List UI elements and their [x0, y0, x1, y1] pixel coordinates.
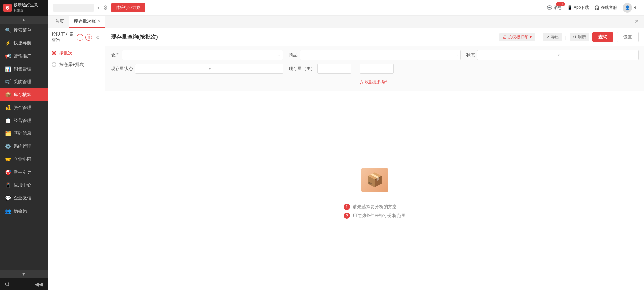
- phone-icon: 📱: [567, 5, 572, 10]
- nav-icon-guide: 🎯: [5, 169, 11, 175]
- tab-home-label: 首页: [55, 18, 64, 24]
- sidebar-item-members[interactable]: 👥 畅会员: [0, 204, 48, 217]
- nav-label-marketing: 营销推广: [14, 53, 31, 59]
- tab-home[interactable]: 首页: [50, 16, 69, 28]
- empty-state: 1 请先选择要分析的方案 2 用过滤条件来缩小分析范围: [105, 91, 644, 290]
- warehouse-field: 仓库 ···: [111, 50, 283, 60]
- collapse-filter-button[interactable]: «: [94, 34, 101, 41]
- refresh-button[interactable]: ↺ 刷新: [570, 33, 589, 41]
- nav-icon-search-menu: 🔍: [5, 27, 11, 33]
- divider-2: |: [565, 35, 566, 40]
- stock-quantity-label: 现存量（主）: [289, 66, 315, 72]
- sidebar: 6 畅康通好生意 标准版 ▲ 🔍 搜索菜单⚡ 快捷导航📢 营销推广📊 销售管理🛒…: [0, 0, 48, 290]
- stock-quantity-dash: —: [353, 66, 358, 71]
- sidebar-item-search-menu[interactable]: 🔍 搜索菜单: [0, 24, 48, 37]
- app-version: 标准版: [14, 8, 38, 13]
- sidebar-item-quick-nav[interactable]: ⚡ 快捷导航: [0, 37, 48, 50]
- filter-panel-actions: + ⚙ «: [77, 34, 101, 41]
- experience-industry-button[interactable]: 体验行业方案: [111, 3, 145, 12]
- topbar: ▾ ⚙ 体验行业方案 💬 消息 99+ 📱 App下载 🎧 在线客服 👤 Rit: [48, 0, 644, 16]
- product-input[interactable]: [303, 53, 455, 58]
- app-download-action[interactable]: 📱 App下载: [567, 5, 589, 11]
- nav-icon-basic: 🗂️: [5, 130, 11, 137]
- content-area: 按以下方案查询 + ⚙ « 按批次 按仓库+批次 现存量查询(按批次): [48, 28, 644, 290]
- filter-row-1: 仓库 ··· 商品 ···: [111, 50, 639, 60]
- empty-step-2: 2 用过滤条件来缩小分析范围: [344, 213, 406, 219]
- sidebar-item-purchase[interactable]: 🛒 采购管理: [0, 75, 48, 88]
- collapse-label: 收起更多条件: [365, 79, 389, 85]
- search-button[interactable]: 查询: [592, 32, 613, 42]
- divider-1: |: [538, 35, 539, 40]
- nav-icon-quick-nav: ⚡: [5, 40, 11, 46]
- sidebar-scroll-up[interactable]: ▲: [0, 16, 48, 24]
- status-arrow-icon: ▾: [558, 53, 635, 57]
- export-button[interactable]: ↗ 导出: [543, 33, 562, 41]
- page-title: 现存量查询(按批次): [111, 34, 158, 41]
- product-input-wrap[interactable]: ···: [300, 50, 461, 60]
- collapse-sidebar-icon[interactable]: ◀◀: [35, 281, 43, 287]
- user-action[interactable]: 👤 Rit: [623, 3, 639, 13]
- product-label: 商品: [289, 52, 298, 58]
- username-label: Rit: [633, 5, 639, 10]
- settings-icon[interactable]: ⚙: [5, 281, 10, 287]
- sidebar-item-wechat[interactable]: 💬 企业微信: [0, 192, 48, 204]
- tab-inventory-batch[interactable]: 库存批次账 ×: [69, 16, 105, 28]
- add-filter-button[interactable]: +: [77, 34, 83, 41]
- stock-quantity-min-input[interactable]: [317, 64, 351, 74]
- stock-quantity-field: 现存量（主） —: [289, 64, 461, 74]
- tab-panel-close-button[interactable]: ×: [632, 18, 641, 25]
- filter-panel-header: 按以下方案查询 + ⚙ «: [48, 28, 105, 47]
- step-1-text: 请先选择要分析的方案: [353, 204, 397, 210]
- warehouse-more-icon[interactable]: ···: [277, 53, 280, 57]
- topbar-gear-icon[interactable]: ⚙: [103, 4, 108, 11]
- print-chevron-icon: ▾: [530, 35, 532, 39]
- page-header-actions: 🖨 按模板打印 ▾ | ↗ 导出 | ↺ 刷新 查询 设置: [499, 32, 639, 42]
- filter-radio-by-batch: [52, 51, 56, 55]
- stock-status-label: 现存量状态: [111, 66, 133, 72]
- sidebar-item-system[interactable]: ⚙️ 系统管理: [0, 140, 48, 153]
- sidebar-item-guide[interactable]: 🎯 新手引导: [0, 166, 48, 179]
- product-more-icon[interactable]: ···: [454, 53, 458, 57]
- status-select[interactable]: ▾: [477, 50, 639, 60]
- nav-label-app-center: 应用中心: [14, 182, 31, 188]
- sidebar-item-inventory[interactable]: 📦 库存核算: [0, 88, 48, 101]
- nav-label-search-menu: 搜索菜单: [14, 27, 31, 33]
- stock-status-field: 现存量状态 ▾: [111, 64, 283, 74]
- sidebar-item-finance[interactable]: 💰 资金管理: [0, 101, 48, 114]
- stock-status-arrow-icon: ▾: [209, 67, 280, 71]
- nav-label-wechat: 企业微信: [14, 195, 31, 201]
- online-service-action[interactable]: 🎧 在线客服: [594, 5, 617, 11]
- nav-label-members: 畅会员: [14, 208, 27, 214]
- sidebar-nav: 🔍 搜索菜单⚡ 快捷导航📢 营销推广📊 销售管理🛒 采购管理📦 库存核算💰 资金…: [0, 24, 48, 270]
- messages-action[interactable]: 💬 消息 99+: [547, 5, 562, 11]
- stock-quantity-max-input[interactable]: [360, 64, 394, 74]
- tab-inventory-batch-close[interactable]: ×: [98, 19, 100, 24]
- filter-item-by-warehouse-batch[interactable]: 按仓库+批次: [48, 59, 105, 70]
- warehouse-input[interactable]: [125, 53, 277, 58]
- step-2-num: 2: [344, 213, 350, 219]
- status-label: 状态: [466, 52, 475, 58]
- topbar-search-input[interactable]: [53, 4, 94, 12]
- topbar-chevron-icon[interactable]: ▾: [97, 5, 100, 10]
- nav-label-business: 经营管理: [14, 117, 31, 124]
- sidebar-scroll-down[interactable]: ▼: [0, 270, 48, 278]
- tab-inventory-batch-label: 库存批次账: [74, 18, 96, 24]
- sidebar-item-marketing[interactable]: 📢 营销推广: [0, 50, 48, 62]
- setting-button[interactable]: 设置: [617, 32, 639, 42]
- nav-icon-system: ⚙️: [5, 143, 11, 149]
- sidebar-item-basic[interactable]: 🗂️ 基础信息: [0, 127, 48, 140]
- sidebar-item-sales[interactable]: 📊 销售管理: [0, 62, 48, 75]
- empty-illustration: [354, 163, 395, 197]
- filter-item-by-batch[interactable]: 按批次: [48, 47, 105, 59]
- stock-status-select[interactable]: ▾: [135, 64, 283, 74]
- print-template-button[interactable]: 🖨 按模板打印 ▾: [499, 33, 535, 41]
- collapse-more-row[interactable]: ⋀ 收起更多条件: [111, 77, 639, 87]
- sidebar-item-enterprise[interactable]: 🤝 企业协同: [0, 153, 48, 166]
- sidebar-item-app-center[interactable]: 📱 应用中心: [0, 179, 48, 192]
- warehouse-label: 仓库: [111, 52, 120, 58]
- nav-label-quick-nav: 快捷导航: [14, 40, 31, 46]
- manage-filter-button[interactable]: ⚙: [85, 34, 92, 41]
- sidebar-item-business[interactable]: 📋 经营管理: [0, 114, 48, 127]
- warehouse-input-wrap[interactable]: ···: [122, 50, 283, 60]
- empty-steps: 1 请先选择要分析的方案 2 用过滤条件来缩小分析范围: [344, 204, 406, 219]
